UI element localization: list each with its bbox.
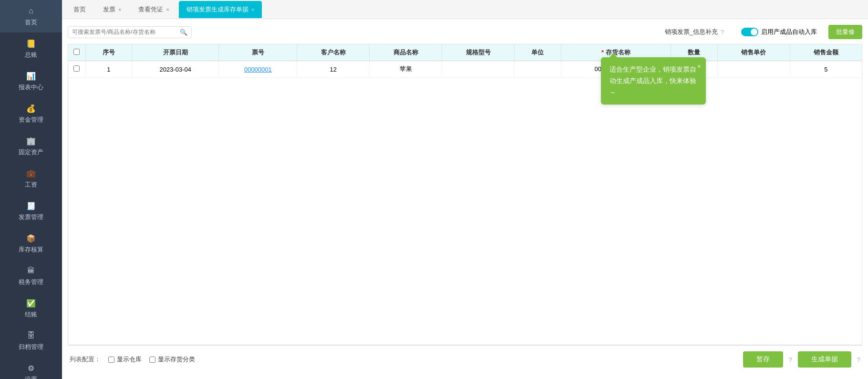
sidebar-item-settle[interactable]: ✅ 结账 [0,292,62,325]
generate-button[interactable]: 生成单据 [798,351,851,368]
sidebar-item-label: 报表中心 [19,83,43,92]
tax-icon: 🏛 [26,265,36,276]
data-table-wrap: 序号 开票日期 票号 客户名称 商品名称 规格型号 单位 * 存货名称 数量 销… [68,44,862,345]
th-unit: 单位 [514,44,561,61]
tab-voucher[interactable]: 查看凭证 × [131,1,176,18]
toolbar: 🔍 销项发票_信息补充 ? 启用产成品自动入库 批量修 [68,25,862,39]
sidebar-item-ledger[interactable]: 📒 总账 [0,32,62,65]
sidebar: ⌂ 首页 📒 总账 📊 报表中心 💰 资金管理 🏢 固定资产 💼 工资 🧾 发票… [0,0,62,379]
sidebar-item-label: 首页 [25,18,37,27]
tab-bar: 首页 发票 × 查看凭证 × 销项发票生成库存单据 × [62,0,868,19]
row-checkbox-cell [68,61,85,78]
th-number: 票号 [219,44,297,61]
fund-icon: 💰 [26,103,36,114]
th-checkbox [68,44,85,61]
sidebar-item-payroll[interactable]: 💼 工资 [0,162,62,195]
save-help-icon[interactable]: ? [789,356,792,363]
search-icon[interactable]: 🔍 [180,29,187,36]
toggle-knob [751,29,757,35]
generate-help-icon[interactable]: ? [857,356,860,363]
report-icon: 📊 [26,71,36,81]
home-icon: ⌂ [26,6,36,16]
th-product: 商品名称 [370,44,442,61]
sidebar-item-label: 固定资产 [19,148,43,157]
toggle-switch: 启用产成品自动入库 [741,28,817,36]
th-unit-price: 销售单价 [717,44,790,61]
main-content: 首页 发票 × 查看凭证 × 销项发票生成库存单据 × 🔍 销项发票_信息补充 … [62,0,868,379]
page-content: 🔍 销项发票_信息补充 ? 启用产成品自动入库 批量修 [62,19,868,379]
th-customer: 客户名称 [297,44,370,61]
sidebar-item-label: 总账 [25,51,37,59]
row-unit-price [717,61,790,78]
sidebar-item-label: 归档管理 [19,343,43,351]
info-label: 销项发票_信息补充 ? [665,28,724,36]
sidebar-item-label: 结账 [25,310,37,319]
ledger-icon: 📒 [26,38,36,49]
tab-storage[interactable]: 销项发票生成库存单据 × [179,1,262,18]
th-seq: 序号 [85,44,132,61]
config-label: 列表配置： [70,355,101,364]
row-checkbox[interactable] [73,65,80,72]
tooltip-popup: × 适合生产型企业，销项发票自动生成产成品入库，快来体验～ [601,57,706,105]
tab-invoice-close[interactable]: × [118,7,121,12]
data-table: 序号 开票日期 票号 客户名称 商品名称 规格型号 单位 * 存货名称 数量 销… [68,44,862,78]
sidebar-item-tax[interactable]: 🏛 税务管理 [0,260,62,292]
save-button[interactable]: 暂存 [743,351,783,368]
info-label-text: 销项发票_信息补充 [665,28,718,36]
tab-voucher-label: 查看凭证 [138,5,163,14]
select-all-checkbox[interactable] [73,49,80,55]
sidebar-item-label: 工资 [25,180,37,189]
tab-invoice[interactable]: 发票 × [95,1,129,18]
table-header-row: 序号 开票日期 票号 客户名称 商品名称 规格型号 单位 * 存货名称 数量 销… [68,44,862,61]
sidebar-item-fixed-assets[interactable]: 🏢 固定资产 [0,130,62,162]
row-unit [514,61,561,78]
row-date: 2023-03-04 [132,61,219,78]
show-warehouse-checkbox[interactable] [108,357,114,363]
tab-home[interactable]: 首页 [66,1,93,18]
fixed-assets-icon: 🏢 [26,136,36,146]
sidebar-item-label: 设置 [25,375,37,379]
settings-icon: ⚙ [26,363,36,373]
tooltip-close-button[interactable]: × [697,61,701,73]
payroll-icon: 💼 [26,168,36,179]
tab-storage-label: 销项发票生成库存单据 [186,5,248,14]
sidebar-item-label: 库存核算 [19,245,43,254]
th-date: 开票日期 [132,44,219,61]
sidebar-item-inventory[interactable]: 📦 库存核算 [0,227,62,260]
sidebar-item-label: 资金管理 [19,116,43,124]
tab-invoice-label: 发票 [103,5,115,14]
bottom-bar: 列表配置： 显示仓库 显示存货分类 暂存 ? 生成单据 ? [68,345,862,373]
show-category-checkbox[interactable] [149,357,155,363]
tab-voucher-close[interactable]: × [166,7,169,12]
batch-button[interactable]: 批量修 [828,25,862,39]
sidebar-item-archive[interactable]: 🗄 归档管理 [0,325,62,357]
show-category-item[interactable]: 显示存货分类 [149,355,195,364]
tab-storage-close[interactable]: × [251,7,254,12]
show-warehouse-item[interactable]: 显示仓库 [108,355,142,364]
sidebar-item-fund[interactable]: 💰 资金管理 [0,97,62,130]
auto-warehouse-toggle[interactable] [741,28,758,36]
sidebar-item-invoice-mgmt[interactable]: 🧾 发票管理 [0,195,62,227]
row-spec [442,61,515,78]
sidebar-item-settings[interactable]: ⚙ 设置 [0,357,62,379]
row-number: 00000001 [219,61,297,78]
row-seq: 1 [85,61,132,78]
sidebar-item-label: 税务管理 [19,278,43,286]
info-help-icon[interactable]: ? [721,29,724,36]
search-input[interactable] [72,29,177,35]
tooltip-text: 适合生产型企业，销项发票自动生成产成品入库，快来体验～ [610,65,696,96]
row-product: 苹果 [370,61,442,78]
th-amount: 销售金额 [790,44,862,61]
row-customer: 12 [297,61,370,78]
table-row: 1 2023-03-04 00000001 12 苹果 000001 苹果 个 … [68,61,862,78]
th-spec: 规格型号 [442,44,515,61]
inventory-icon: 📦 [26,233,36,243]
archive-icon: 🗄 [26,330,36,341]
row-amount: 5 [790,61,862,78]
sidebar-item-label: 发票管理 [19,213,43,221]
sidebar-item-home[interactable]: ⌂ 首页 [0,0,62,32]
bottom-actions: 暂存 ? 生成单据 ? [743,351,860,368]
invoice-icon: 🧾 [26,200,36,211]
sidebar-item-report[interactable]: 📊 报表中心 [0,65,62,97]
search-box[interactable]: 🔍 [68,26,192,38]
